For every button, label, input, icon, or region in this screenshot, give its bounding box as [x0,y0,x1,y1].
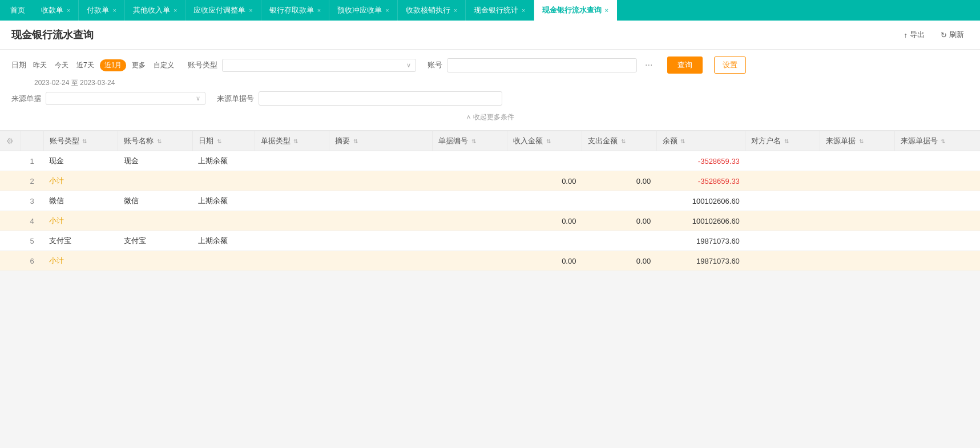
nav-tab-5[interactable]: 预收冲应收单 × [329,0,397,21]
row-account-type: 微信 [43,191,118,211]
row-counterpart [745,191,820,211]
account-type-chevron-icon: ∨ [406,62,411,69]
account-dots-icon[interactable]: ··· [642,60,656,70]
row-source-doc [820,231,895,251]
row-num: 6 [21,251,43,271]
close-icon-5[interactable]: × [385,7,389,14]
date-7days[interactable]: 近7天 [74,59,96,71]
collapse-bar[interactable]: ∧ 收起更多条件 [11,110,969,126]
date-today[interactable]: 今天 [53,59,71,71]
table-row: 6 小计 0.00 0.00 19871073.60 [0,251,980,271]
page-title: 现金银行流水查询 [11,28,94,42]
row-account-type: 支付宝 [43,231,118,251]
sort-account-name-icon[interactable]: ⇅ [157,138,162,144]
account-filter-group: 账号 ··· [428,58,656,72]
row-summary [329,211,433,231]
row-source-doc [820,171,895,191]
sort-balance-icon[interactable]: ⇅ [680,138,685,144]
row-num: 5 [21,231,43,251]
date-label: 日期 [11,60,26,70]
th-account-type: 账号类型 ⇅ [43,131,118,151]
sort-source-doc-no-icon[interactable]: ⇅ [941,138,945,144]
refresh-button[interactable]: ↻ 刷新 [936,27,969,42]
row-counterpart [745,151,820,171]
table-header-row: ⚙ 账号类型 ⇅ 账号名称 ⇅ 日期 ⇅ 单据类型 ⇅ [0,131,980,151]
row-source-doc-no [894,191,980,211]
nav-tab-0[interactable]: 收款单 × [33,0,79,21]
row-counterpart [745,171,820,191]
source-doc-select[interactable]: ∨ [46,92,205,105]
nav-tab-7[interactable]: 现金银行统计 × [466,0,534,21]
th-gear: ⚙ [0,131,21,151]
row-account-type: 小计 [43,211,118,231]
close-icon-2[interactable]: × [174,7,177,14]
row-num: 3 [21,191,43,211]
nav-tab-1[interactable]: 付款单 × [79,0,124,21]
query-button[interactable]: 查询 [667,56,703,74]
row-date: 上期余额 [192,151,255,171]
close-icon-3[interactable]: × [249,7,252,14]
account-type-select[interactable]: ∨ [222,59,416,72]
row-balance: 19871073.60 [656,231,745,251]
date-yesterday[interactable]: 昨天 [31,59,49,71]
date-more[interactable]: 更多 [130,59,148,71]
row-account-type: 现金 [43,151,118,171]
row-source-doc-no [894,171,980,191]
close-icon-8[interactable]: × [605,7,608,14]
row-source-doc-no [894,151,980,171]
row-summary [329,191,433,211]
date-custom[interactable]: 自定义 [151,59,176,71]
header-actions: ↑ 导出 ↻ 刷新 [900,27,969,42]
sort-counterpart-icon[interactable]: ⇅ [784,138,789,144]
filter-row-2: 来源单据 ∨ 来源单据号 [11,91,969,106]
account-input[interactable] [447,58,637,72]
sort-doc-no-icon[interactable]: ⇅ [471,138,476,144]
row-income: 0.00 [507,171,582,191]
sort-income-icon[interactable]: ⇅ [546,138,551,144]
th-num [21,131,43,151]
row-source-doc [820,251,895,271]
gear-settings-icon[interactable]: ⚙ [6,136,14,146]
nav-home[interactable]: 首页 [2,0,33,21]
row-num: 1 [21,151,43,171]
row-doc-no [433,251,507,271]
row-expense: 0.00 [582,211,656,231]
th-doc-no: 单据编号 ⇅ [433,131,507,151]
nav-tab-3[interactable]: 应收应付调整单 × [185,0,261,21]
nav-tab-6[interactable]: 收款核销执行 × [398,0,466,21]
th-counterpart: 对方户名 ⇅ [745,131,820,151]
row-income: 0.00 [507,251,582,271]
sort-account-type-icon[interactable]: ⇅ [82,138,87,144]
th-account-name: 账号名称 ⇅ [118,131,193,151]
date-1month[interactable]: 近1月 [100,59,127,71]
sort-date-icon[interactable]: ⇅ [217,138,221,144]
row-doc-no [433,171,507,191]
settings-button[interactable]: 设置 [714,56,746,74]
row-gear-cell [0,231,21,251]
row-doc-no [433,151,507,171]
row-income [507,191,582,211]
row-balance: 19871073.60 [656,251,745,271]
sort-summary-icon[interactable]: ⇅ [353,138,358,144]
row-balance: 100102606.60 [656,211,745,231]
nav-tab-2[interactable]: 其他收入单 × [125,0,185,21]
sort-source-doc-icon[interactable]: ⇅ [859,138,864,144]
close-icon-4[interactable]: × [317,7,321,14]
sort-expense-icon[interactable]: ⇅ [621,138,626,144]
export-button[interactable]: ↑ 导出 [900,27,930,42]
row-doc-no [433,191,507,211]
row-gear-cell [0,151,21,171]
source-doc-chevron-icon: ∨ [196,95,200,102]
row-account-name: 支付宝 [118,231,193,251]
nav-tab-8[interactable]: 现金银行流水查询 × [534,0,617,21]
close-icon-7[interactable]: × [522,7,525,14]
row-date [192,251,255,271]
row-date: 上期余额 [192,231,255,251]
nav-tab-4[interactable]: 银行存取款单 × [261,0,329,21]
source-doc-no-input[interactable] [259,91,502,106]
row-counterpart [745,231,820,251]
close-icon-0[interactable]: × [67,7,70,14]
close-icon-1[interactable]: × [112,7,116,14]
close-icon-6[interactable]: × [454,7,457,14]
sort-doc-type-icon[interactable]: ⇅ [293,138,298,144]
